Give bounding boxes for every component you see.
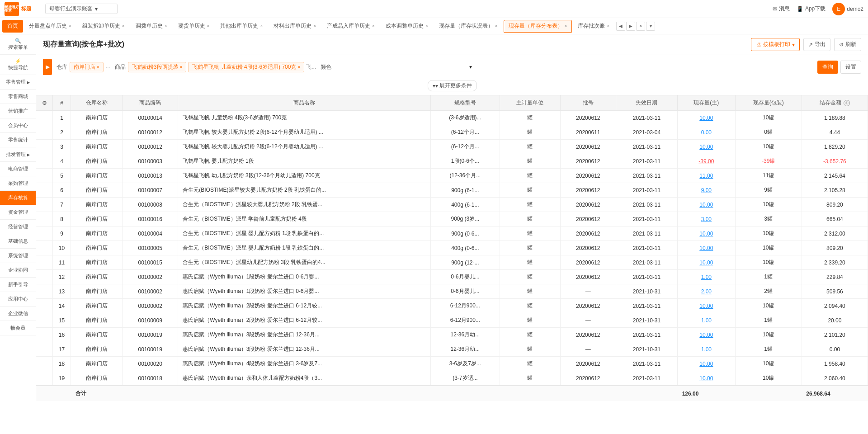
sidebar-item-ecom[interactable]: 电商管理 — [0, 162, 36, 176]
sidebar-item-inventory[interactable]: 库存核算 — [0, 191, 36, 205]
tab-kucun-dist-close[interactable]: × — [565, 24, 567, 28]
tab-yaohuo-close[interactable]: × — [207, 24, 210, 28]
cell-stock-main[interactable]: 10.00 — [678, 241, 735, 255]
sidebar-item-appcenter[interactable]: 应用中心 — [0, 292, 36, 307]
product-tag-1-text: 飞鹤奶粉3段两提装 — [132, 63, 179, 71]
tab-qita-close[interactable]: × — [260, 24, 263, 28]
table-header-row: ⚙ # 仓库名称 商品编码 商品名称 规格型号 主计量单位 批号 失效日期 现存… — [36, 95, 868, 111]
sidebar-item-operation[interactable]: 经营管理 — [0, 220, 36, 234]
sidebar-item-system[interactable]: 系统管理 — [0, 249, 36, 263]
tab-tiaopai[interactable]: 调拨单历史 × — [131, 20, 172, 33]
nav-prev-arrow[interactable]: ◀ — [616, 22, 625, 31]
balance-info-icon[interactable]: ① — [844, 100, 850, 106]
sidebar-item-retailshop[interactable]: 零售商城 — [0, 90, 36, 104]
filter-toggle-btn[interactable]: ▶ — [43, 59, 52, 75]
tab-chanliao[interactable]: 产成品入库单历史 × — [322, 20, 380, 33]
tab-chengben[interactable]: 成本调整单历史 × — [381, 20, 433, 33]
tab-fenbu-close[interactable]: × — [69, 24, 71, 28]
cell-stock-main[interactable]: 10.00 — [678, 111, 735, 125]
cell-stock-main[interactable]: 3.00 — [678, 212, 735, 226]
sidebar-item-basic[interactable]: 基础信息 — [0, 234, 36, 249]
cell-stock-main[interactable]: 9.00 — [678, 183, 735, 198]
tab-yaohuo[interactable]: 要货单历史 × — [173, 20, 215, 33]
tab-chanliao-close[interactable]: × — [372, 24, 375, 28]
expand-btn[interactable]: ▾▾ 展开更多条件 — [428, 80, 477, 91]
tab-fenbu[interactable]: 分量盘点单历史 × — [24, 20, 76, 33]
cell-stock-main[interactable]: 10.00 — [678, 328, 735, 342]
nav-next-arrow[interactable]: ▶ — [626, 22, 635, 31]
cell-spec: (6-12个月... — [430, 125, 500, 140]
sidebar-item-search[interactable]: 🔍 搜索菜单 — [0, 34, 36, 55]
cell-batch: 20200612 — [560, 255, 616, 270]
tab-zuhe[interactable]: 组装拆卸单历史 × — [77, 20, 130, 33]
cell-stock-main[interactable]: 11.00 — [678, 169, 735, 183]
cell-stock-main[interactable]: 10.00 — [678, 226, 735, 241]
sidebar-item-retail[interactable]: 零售管理 ▶ — [0, 75, 36, 90]
cell-stock-main[interactable]: 1.00 — [678, 270, 735, 284]
tab-cailiao-close[interactable]: × — [313, 24, 316, 28]
cell-spec: 12-36月幼... — [430, 342, 500, 357]
product-more[interactable]: 飞... — [306, 63, 316, 71]
tab-zuhe-close[interactable]: × — [122, 24, 125, 28]
app-download-btn[interactable]: 📱 App下载 — [797, 5, 826, 13]
refresh-btn[interactable]: ↺ 刷新 — [834, 38, 861, 51]
cell-stock-main[interactable]: 1.00 — [678, 313, 735, 328]
query-btn[interactable]: 查询 — [817, 61, 838, 74]
sidebar-item-wholesale[interactable]: 批发管理 ▶ — [0, 147, 36, 162]
sidebar-item-enterprise[interactable]: 企业协同 — [0, 263, 36, 278]
user-area[interactable]: E demo2 — [832, 3, 863, 15]
sidebar-item-retailstats[interactable]: 零售统计 — [0, 133, 36, 147]
message-icon: ✉ — [773, 6, 777, 12]
table-row: 12 南岸门店 00100002 惠氏启赋（Wyeth illuma）1段奶粉 … — [36, 270, 868, 284]
export-btn[interactable]: ↗ 导出 — [803, 38, 830, 51]
tab-kucun-status-close[interactable]: × — [495, 24, 498, 28]
cell-stock-main[interactable]: 10.00 — [678, 371, 735, 386]
company-selector[interactable]: 母婴行业演示账套 ▾ — [45, 4, 118, 14]
cell-balance: 2,060.40 — [802, 371, 868, 386]
warehouse-tag-close[interactable]: × — [97, 65, 99, 70]
product-tag-2-close[interactable]: × — [297, 65, 300, 70]
nav-close-arrow[interactable]: × — [636, 22, 645, 31]
product-tag-1-close[interactable]: × — [180, 65, 183, 70]
tab-chengben-close[interactable]: × — [425, 24, 428, 28]
tab-kucun-batch[interactable]: 库存批次账 × — [573, 20, 614, 33]
message-btn[interactable]: ✉ 消息 — [773, 5, 790, 13]
cell-stock-main[interactable]: 1.00 — [678, 342, 735, 357]
sidebar-item-newguide[interactable]: 新手引导 — [0, 278, 36, 292]
cell-batch: 20200612 — [560, 212, 616, 226]
sidebar-item-quicknav[interactable]: ⚡ 快捷导航 — [0, 55, 36, 75]
cell-stock-main[interactable]: 10.00 — [678, 198, 735, 212]
sidebar-item-wechat[interactable]: 企业微信 — [0, 307, 36, 321]
sidebar-item-member[interactable]: 会员中心 — [0, 118, 36, 133]
sidebar-item-finance[interactable]: 资金管理 — [0, 205, 36, 220]
sidebar-item-marketing[interactable]: 营销推广 — [0, 104, 36, 118]
tab-qita[interactable]: 其他出库单历史 × — [215, 20, 268, 33]
warehouse-more[interactable]: ··· — [106, 64, 110, 70]
sidebar-item-purchase[interactable]: 采购管理 — [0, 176, 36, 191]
cell-spec: 900g (12-... — [430, 255, 500, 270]
cell-stock-main[interactable]: 10.00 — [678, 140, 735, 154]
tab-kucun-dist[interactable]: 现存量（库存分布表） × — [504, 20, 572, 33]
cell-stock-main[interactable]: 10.00 — [678, 357, 735, 371]
nav-menu-arrow[interactable]: ▾ — [646, 22, 655, 31]
cell-batch: 20200612 — [560, 371, 616, 386]
cell-expire: 2021-03-11 — [616, 198, 677, 212]
table-settings-icon[interactable]: ⚙ — [41, 99, 48, 107]
cell-stock-main[interactable]: -39.00 — [678, 154, 735, 169]
cell-balance: 1,189.88 — [802, 111, 868, 125]
tab-home[interactable]: 首页 — [2, 20, 23, 33]
settings-btn[interactable]: 设置 — [840, 61, 861, 74]
cell-stock-main[interactable]: 2.00 — [678, 284, 735, 299]
cell-stock-main[interactable]: 0.00 — [678, 125, 735, 140]
print-btn[interactable]: 🖨 按模板打印 ▾ — [751, 38, 800, 51]
tab-kucun-batch-close[interactable]: × — [607, 24, 609, 28]
tab-tiaopai-close[interactable]: × — [165, 24, 167, 28]
cell-stock-pack: 0罐 — [735, 125, 802, 140]
filter-expand-row: ▾▾ 展开更多条件 — [43, 77, 861, 91]
cell-stock-main[interactable]: 10.00 — [678, 255, 735, 270]
cell-stock-main[interactable]: 10.00 — [678, 299, 735, 313]
tab-cailiao[interactable]: 材料出库单历史 × — [269, 20, 321, 33]
sidebar-item-member2[interactable]: 畅会员 — [0, 321, 36, 335]
col-settings[interactable]: ⚙ — [36, 95, 53, 111]
tab-kucun-status[interactable]: 现存量（库存状况表） × — [434, 20, 503, 33]
